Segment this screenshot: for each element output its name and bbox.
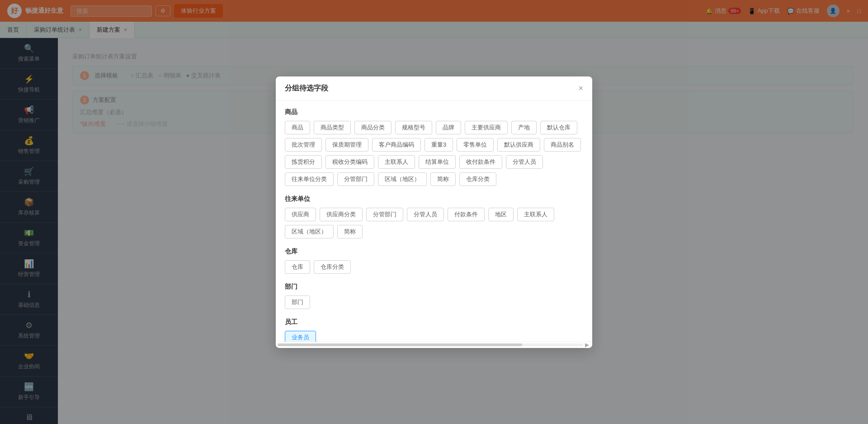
field-tag-expiry-mgmt[interactable]: 保质期管理 (326, 138, 368, 152)
section-warehouse-title: 仓库 (285, 248, 583, 256)
section-partner: 往来单位 供应商 供应商分类 分管部门 分管人员 付款条件 地区 主联系人 区域… (285, 195, 583, 238)
field-tag-default-supplier[interactable]: 默认供应商 (497, 138, 540, 152)
field-tag-warehouse-cat[interactable]: 仓库分类 (459, 172, 496, 186)
field-tag-supervisor[interactable]: 分管人员 (506, 155, 543, 169)
field-tag-goods-type[interactable]: 商品类型 (314, 121, 351, 134)
field-tag-dept-partner[interactable]: 分管部门 (366, 208, 403, 221)
modal-overlay: 分组待选字段 × 商品 商品 商品类型 商品分类 规格型号 品牌 主要供应商 产… (0, 0, 868, 424)
section-warehouse: 仓库 仓库 仓库分类 (285, 248, 583, 274)
field-tag-brand[interactable]: 品牌 (436, 121, 461, 134)
field-tag-goods-category[interactable]: 商品分类 (354, 121, 392, 134)
field-tag-salesperson[interactable]: 业务员 (285, 331, 316, 342)
section-employee-tags: 业务员 (285, 331, 583, 342)
field-tag-tax-code[interactable]: 税收分类编码 (326, 155, 374, 169)
field-tag-abbr-partner[interactable]: 简称 (337, 225, 363, 238)
field-tag-dept-mgmt[interactable]: 分管部门 (337, 172, 374, 186)
section-dept-title: 部门 (285, 283, 583, 291)
hscroll-right-btn[interactable]: ▶ (583, 342, 590, 348)
field-tag-supplier[interactable]: 供应商 (285, 208, 316, 221)
field-tag-warehouse[interactable]: 仓库 (285, 260, 310, 274)
field-tag-goods-alias[interactable]: 商品别名 (544, 138, 581, 152)
field-tag-default-warehouse[interactable]: 默认仓库 (540, 121, 577, 134)
field-tag-customer-code[interactable]: 客户商品编码 (372, 138, 421, 152)
field-tag-origin[interactable]: 产地 (511, 121, 537, 134)
section-dept: 部门 部门 (285, 283, 583, 309)
section-goods: 商品 商品 商品类型 商品分类 规格型号 品牌 主要供应商 产地 默认仓库 批次… (285, 108, 583, 186)
field-tag-area[interactable]: 地区 (488, 208, 514, 221)
field-tag-main-contact-partner[interactable]: 主联系人 (517, 208, 554, 221)
field-tag-spec-model[interactable]: 规格型号 (395, 121, 432, 134)
field-tag-batch-mgmt[interactable]: 批次管理 (285, 138, 322, 152)
modal: 分组待选字段 × 商品 商品 商品类型 商品分类 规格型号 品牌 主要供应商 产… (276, 76, 592, 348)
field-tag-supervisor-partner[interactable]: 分管人员 (407, 208, 444, 221)
field-tag-settlement-unit[interactable]: 结算单位 (419, 155, 456, 169)
section-employee: 员工 业务员 (285, 318, 583, 342)
field-tag-region-goods[interactable]: 区域（地区） (378, 172, 427, 186)
modal-hscrollbar[interactable]: ▶ (276, 342, 592, 348)
modal-body: 商品 商品 商品类型 商品分类 规格型号 品牌 主要供应商 产地 默认仓库 批次… (276, 101, 592, 342)
section-warehouse-tags: 仓库 仓库分类 (285, 260, 583, 274)
field-tag-pick-score[interactable]: 拣货积分 (285, 155, 322, 169)
modal-title: 分组待选字段 (285, 84, 328, 93)
field-tag-warehouse-category[interactable]: 仓库分类 (314, 260, 351, 274)
field-tag-retail-unit[interactable]: 零售单位 (457, 138, 494, 152)
section-partner-tags: 供应商 供应商分类 分管部门 分管人员 付款条件 地区 主联系人 区域（地区） … (285, 208, 583, 238)
field-tag-abbr[interactable]: 简称 (430, 172, 456, 186)
field-tag-weight[interactable]: 重量3 (425, 138, 453, 152)
field-tag-payment-terms[interactable]: 收付款条件 (459, 155, 502, 169)
modal-header: 分组待选字段 × (276, 76, 592, 101)
modal-close-btn[interactable]: × (578, 84, 583, 92)
field-tag-supplier-cat[interactable]: 供应商分类 (320, 208, 363, 221)
field-tag-dept[interactable]: 部门 (285, 295, 310, 309)
section-goods-title: 商品 (285, 108, 583, 116)
field-tag-main-supplier[interactable]: 主要供应商 (465, 121, 508, 134)
field-tag-main-contact[interactable]: 主联系人 (378, 155, 415, 169)
field-tag-goods[interactable]: 商品 (285, 121, 310, 134)
section-partner-title: 往来单位 (285, 195, 583, 203)
section-dept-tags: 部门 (285, 295, 583, 309)
field-tag-partner-category[interactable]: 往来单位分类 (285, 172, 334, 186)
section-employee-title: 员工 (285, 318, 583, 326)
section-goods-tags: 商品 商品类型 商品分类 规格型号 品牌 主要供应商 产地 默认仓库 批次管理 … (285, 121, 583, 186)
field-tag-region-partner[interactable]: 区域（地区） (285, 225, 334, 238)
field-tag-payment-cond[interactable]: 付款条件 (448, 208, 485, 221)
